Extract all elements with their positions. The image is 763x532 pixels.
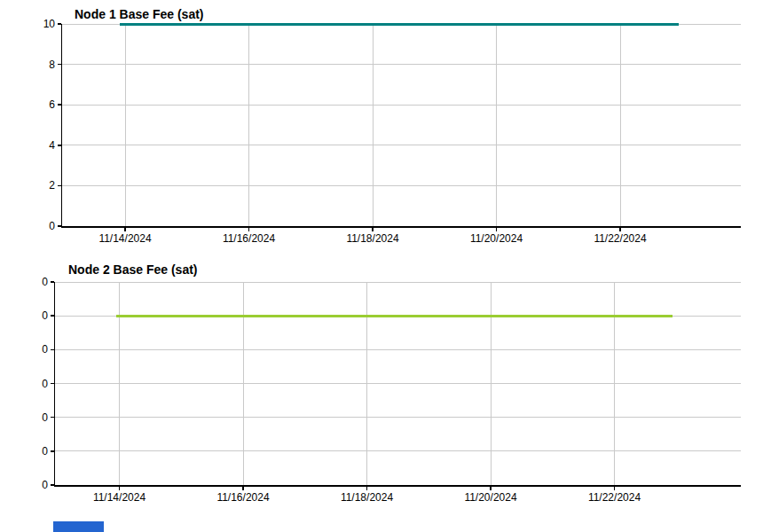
- v-gridline: [614, 282, 615, 485]
- y-tick-label: 0: [0, 411, 48, 424]
- y-tick-label: 0: [0, 276, 48, 288]
- h-gridline: [55, 349, 741, 350]
- x-tick-mark: [366, 487, 368, 491]
- charts-page: Node 1 Base Fee (sat) 108642011/14/20241…: [0, 0, 763, 532]
- y-tick-mark: [51, 450, 54, 452]
- y-tick-label: 0: [0, 378, 48, 390]
- x-tick-label: 11/18/2024: [323, 491, 412, 504]
- y-tick-label: 0: [0, 309, 48, 322]
- h-gridline: [55, 417, 741, 418]
- y-tick-mark: [51, 315, 54, 317]
- blue-indicator-bar: [53, 521, 104, 532]
- x-tick-label: 11/14/2024: [75, 491, 164, 504]
- y-tick-label: 0: [0, 445, 48, 458]
- y-tick-label: 0: [0, 479, 48, 491]
- x-tick-mark: [614, 487, 616, 491]
- h-gridline: [55, 450, 741, 451]
- y-tick-mark: [51, 349, 54, 351]
- y-tick-mark: [51, 417, 54, 419]
- x-tick-label: 11/22/2024: [570, 491, 659, 504]
- x-axis-line: [54, 485, 742, 487]
- y-tick-label: 0: [0, 343, 48, 356]
- v-gridline: [366, 282, 367, 485]
- h-gridline: [55, 383, 741, 384]
- y-tick-mark: [51, 281, 54, 283]
- plot-area: 000000011/14/202411/16/202411/18/202411/…: [0, 0, 763, 532]
- series-line: [116, 315, 673, 317]
- node2-base-fee-chart: Node 2 Base Fee (sat) 000000011/14/20241…: [0, 0, 763, 532]
- x-tick-label: 11/20/2024: [446, 491, 535, 504]
- y-tick-mark: [51, 383, 54, 385]
- v-gridline: [491, 282, 492, 485]
- v-gridline: [243, 282, 244, 485]
- x-tick-mark: [119, 487, 121, 491]
- h-gridline: [55, 282, 741, 283]
- x-tick-mark: [490, 487, 492, 491]
- y-tick-mark: [51, 484, 54, 486]
- y-axis-line: [54, 282, 56, 487]
- v-gridline: [119, 282, 120, 485]
- x-tick-mark: [242, 487, 244, 491]
- x-tick-label: 11/16/2024: [199, 491, 287, 504]
